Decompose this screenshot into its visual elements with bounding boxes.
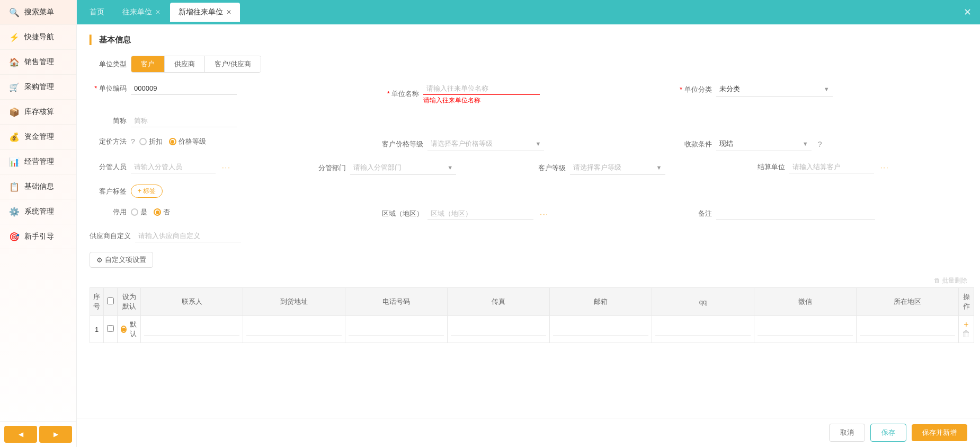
pricing-method-label: 定价方法 [90, 137, 127, 146]
type-btn-supplier[interactable]: 供应商 [165, 56, 205, 72]
manager-dots[interactable]: ··· [220, 163, 233, 171]
cell-qq[interactable] [652, 316, 754, 343]
qq-input[interactable] [655, 323, 751, 336]
default-radio[interactable]: 默认 [121, 320, 137, 339]
manager-input[interactable] [131, 161, 216, 173]
sidebar-item-sales[interactable]: 🏠 销售管理 [0, 50, 76, 75]
sidebar-item-operations[interactable]: 📊 经营管理 [0, 150, 76, 174]
batch-delete-text[interactable]: 🗑 批量删除 [90, 276, 967, 285]
cell-seq: 1 [90, 316, 104, 343]
fax-input[interactable] [451, 323, 546, 336]
unit-code-input[interactable] [131, 82, 237, 95]
tab-home[interactable]: 首页 [81, 3, 113, 22]
unit-name-input[interactable] [423, 82, 540, 95]
disabled-no-radio[interactable]: 否 [154, 207, 170, 217]
tab-bar-close-button[interactable]: ✕ [959, 6, 976, 18]
cell-email[interactable] [550, 316, 652, 343]
unit-code-row: 单位编码 单位名称 请输入往来单位名称 单位分类 未分类 ▼ [90, 82, 967, 105]
unit-category-value: 未分类 [719, 84, 740, 94]
cell-checkbox[interactable] [104, 316, 118, 343]
save-button[interactable]: 保存 [870, 424, 906, 442]
email-input[interactable] [553, 323, 648, 336]
pricing-help-icon[interactable]: ? [131, 137, 135, 146]
sidebar-bottom-btn2[interactable]: ▶ [39, 426, 72, 443]
sidebar-item-system[interactable]: ⚙️ 系统管理 [0, 199, 76, 224]
customer-level-select[interactable]: 请选择客户等级 ▼ [570, 161, 665, 175]
cell-phone[interactable] [345, 316, 448, 343]
type-btn-customer[interactable]: 客户 [131, 56, 165, 72]
select-all-checkbox[interactable] [107, 297, 114, 304]
tab-partner[interactable]: 往来单位 ✕ [114, 3, 169, 22]
pricing-discount-radio[interactable]: 折扣 [139, 137, 163, 146]
tab-partner-label: 往来单位 [122, 7, 152, 17]
disabled-no-label: 否 [163, 207, 170, 217]
sidebar-bottom-btn1[interactable]: ◀ [4, 426, 37, 443]
region-input[interactable] [427, 207, 533, 220]
sidebar-item-finance[interactable]: 💰 资金管理 [0, 125, 76, 150]
main-area: 首页 往来单位 ✕ 新增往来单位 ✕ ✕ ▎ 基本信息 单位类型 客户 供应商 … [77, 0, 980, 447]
payment-terms-field: 收款条件 现结 ▼ ? [675, 137, 967, 151]
department-field: 分管部门 请输入分管部门 ▼ [309, 161, 528, 175]
customer-price-level-field: 客户价格等级 请选择客户价格等级 ▼ [382, 137, 674, 151]
wechat-input[interactable] [758, 323, 853, 336]
col-phone: 电话号码 [345, 288, 448, 316]
disabled-radio-group: 是 否 [131, 207, 170, 217]
short-name-input[interactable] [131, 115, 237, 127]
disabled-yes-radio[interactable]: 是 [131, 207, 147, 217]
settlement-unit-input[interactable] [789, 161, 874, 173]
region-table-input[interactable] [860, 323, 955, 336]
supplier-custom-input[interactable] [135, 230, 241, 242]
sidebar-item-purchase[interactable]: 🛒 采购管理 [0, 75, 76, 100]
inventory-icon: 📦 [8, 106, 20, 118]
cell-default[interactable]: 默认 [118, 316, 141, 343]
col-checkbox[interactable] [104, 288, 118, 316]
sidebar-item-guide[interactable]: 🎯 新手引导 [0, 224, 76, 249]
delete-row-button[interactable]: 🗑 [962, 329, 970, 339]
sidebar-item-quicknav[interactable]: ⚡ 快捷导航 [0, 25, 76, 50]
row-checkbox[interactable] [107, 325, 114, 332]
address-input[interactable] [246, 323, 342, 336]
col-qq: qq [652, 288, 754, 316]
sidebar-item-search[interactable]: 🔍 搜索菜单 [0, 0, 76, 25]
unit-name-wrapper: 请输入往来单位名称 [423, 82, 674, 105]
add-tag-button[interactable]: + 标签 [131, 185, 163, 198]
cell-fax[interactable] [448, 316, 550, 343]
disabled-yes-label: 是 [140, 207, 147, 217]
contacts-table: 序号 设为默认 联系人 到货地址 电话号码 传真 邮箱 qq 微信 所在地区 操… [90, 287, 974, 343]
custom-settings-label: 自定义项设置 [105, 255, 146, 265]
pricing-radio-group: 折扣 价格等级 [139, 137, 206, 146]
department-select[interactable]: 请输入分管部门 ▼ [350, 161, 456, 175]
phone-input[interactable] [349, 323, 444, 336]
tab-new-partner-close[interactable]: ✕ [226, 8, 231, 16]
customer-price-level-label: 客户价格等级 [382, 139, 423, 149]
save-new-button[interactable]: 保存并新增 [912, 424, 967, 441]
payment-terms-select[interactable]: 现结 ▼ [716, 137, 812, 151]
customer-level-field: 客户等级 请选择客户等级 ▼ [529, 161, 748, 175]
cell-address[interactable] [243, 316, 345, 343]
pricing-discount-circle [139, 138, 147, 145]
pricing-level-radio[interactable]: 价格等级 [169, 137, 206, 146]
custom-settings-button[interactable]: ⚙ 自定义项设置 [90, 252, 153, 268]
cancel-button[interactable]: 取消 [829, 424, 865, 442]
payment-help-icon[interactable]: ? [818, 140, 822, 148]
col-region: 所在地区 [857, 288, 959, 316]
remarks-input[interactable] [716, 207, 875, 220]
sidebar-item-basic[interactable]: 📋 基础信息 [0, 174, 76, 199]
customer-price-level-select[interactable]: 请选择客户价格等级 ▼ [427, 137, 544, 151]
contact-input[interactable] [144, 323, 239, 336]
type-btn-both[interactable]: 客户/供应商 [205, 56, 261, 72]
sidebar-item-inventory[interactable]: 📦 库存核算 [0, 100, 76, 125]
cell-region[interactable] [857, 316, 959, 343]
unit-category-select[interactable]: 未分类 ▼ [716, 82, 833, 97]
cell-contact[interactable] [141, 316, 243, 343]
table-header: 序号 设为默认 联系人 到货地址 电话号码 传真 邮箱 qq 微信 所在地区 操… [90, 288, 974, 316]
unit-name-inner [423, 82, 674, 95]
add-row-button[interactable]: + [964, 320, 968, 329]
region-dots[interactable]: ··· [538, 210, 551, 218]
sidebar-label-quicknav: 快捷导航 [24, 32, 54, 42]
cell-wechat[interactable] [754, 316, 857, 343]
tab-partner-close[interactable]: ✕ [155, 8, 161, 16]
settlement-dots[interactable]: ··· [878, 163, 892, 171]
tab-new-partner[interactable]: 新增往来单位 ✕ [170, 3, 240, 22]
remarks-label: 备注 [675, 209, 712, 218]
